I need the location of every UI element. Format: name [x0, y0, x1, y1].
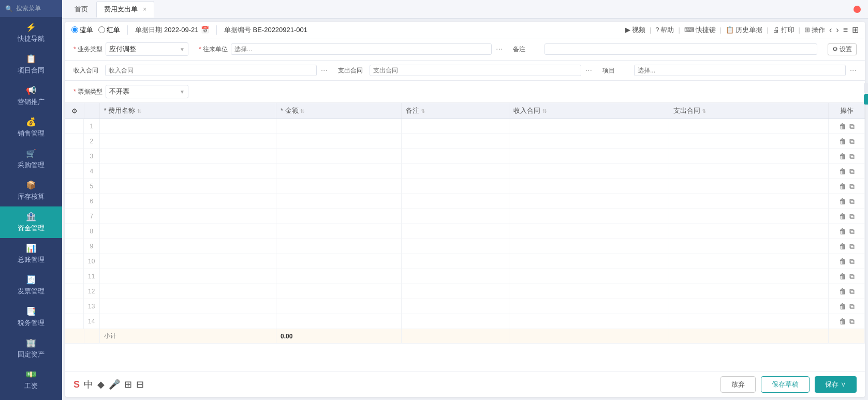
row-delete-icon[interactable]: 🗑 — [839, 302, 846, 310]
remark-cell[interactable] — [401, 119, 509, 134]
row-copy-icon[interactable]: ⧉ — [849, 122, 855, 131]
income-contract-cell[interactable] — [509, 194, 669, 209]
expense-name-cell[interactable] — [99, 224, 276, 239]
remark-col-header[interactable]: 备注 ⇅ — [401, 103, 509, 119]
remark-cell[interactable] — [401, 254, 509, 269]
remark-cell[interactable] — [401, 269, 509, 284]
income-contract-cell[interactable] — [509, 134, 669, 149]
view-grid-btn[interactable]: ⊞ — [852, 25, 859, 35]
expense-contract-cell[interactable] — [669, 284, 828, 299]
remark-cell[interactable] — [401, 299, 509, 314]
row-delete-icon[interactable]: 🗑 — [839, 152, 846, 160]
expense-contract-input[interactable] — [370, 65, 581, 76]
expense-name-cell[interactable] — [99, 269, 276, 284]
row-delete-icon[interactable]: 🗑 — [839, 167, 846, 175]
income-contract-col-header[interactable]: 收入合同 ⇅ — [509, 103, 669, 119]
amount-cell[interactable] — [276, 179, 402, 194]
income-contract-input[interactable] — [105, 65, 317, 76]
remark-cell[interactable] — [401, 239, 509, 254]
sidebar-item-project-contract[interactable]: 📋项目合同 — [0, 49, 62, 80]
row-delete-icon[interactable]: 🗑 — [839, 287, 846, 295]
tab-expense[interactable]: 费用支出单× — [96, 1, 154, 18]
row-copy-icon[interactable]: ⧉ — [849, 182, 855, 191]
expense-name-cell[interactable] — [99, 284, 276, 299]
remark-cell[interactable] — [401, 284, 509, 299]
income-contract-cell[interactable] — [509, 269, 669, 284]
remark-cell[interactable] — [401, 194, 509, 209]
more-ops-action[interactable]: ⊞ 操作 — [804, 25, 825, 35]
tab-home[interactable]: 首页 — [67, 1, 95, 18]
income-contract-cell[interactable] — [509, 179, 669, 194]
expense-name-cell[interactable] — [99, 314, 276, 329]
row-delete-icon[interactable]: 🗑 — [839, 137, 846, 145]
save-button[interactable]: 保存 ∨ — [815, 376, 857, 393]
shortcuts-action[interactable]: ⌨ 快捷键 — [684, 25, 716, 35]
expense-contract-cell[interactable] — [669, 314, 828, 329]
counterpart-input[interactable] — [231, 43, 492, 55]
row-delete-icon[interactable]: 🗑 — [839, 227, 846, 235]
sidebar-item-tax-mgmt[interactable]: 📑税务管理 — [0, 301, 62, 333]
tab-expense-close[interactable]: × — [143, 6, 146, 13]
counterpart-dots[interactable]: ··· — [496, 45, 503, 54]
expense-name-cell[interactable] — [99, 239, 276, 254]
expense-contract-cell[interactable] — [669, 164, 828, 179]
nav-prev-btn[interactable]: ‹ — [829, 25, 832, 35]
expense-name-cell[interactable] — [99, 119, 276, 134]
amount-cell[interactable] — [276, 224, 402, 239]
amount-cell[interactable] — [276, 149, 402, 164]
row-delete-icon[interactable]: 🗑 — [839, 272, 846, 280]
remark-cell[interactable] — [401, 149, 509, 164]
expense-contract-cell[interactable] — [669, 194, 828, 209]
remark-input[interactable] — [545, 43, 817, 55]
sidebar-item-ops-mgmt[interactable]: 📈经营管理 — [0, 396, 62, 400]
income-contract-cell[interactable] — [509, 239, 669, 254]
row-copy-icon[interactable]: ⧉ — [849, 167, 855, 176]
income-contract-cell[interactable] — [509, 164, 669, 179]
expense-contract-cell[interactable] — [669, 119, 828, 134]
sidebar-item-sales-mgmt[interactable]: 💰销售管理 — [0, 112, 62, 143]
amount-cell[interactable] — [276, 284, 402, 299]
row-copy-icon[interactable]: ⧉ — [849, 302, 855, 311]
expense-name-cell[interactable] — [99, 179, 276, 194]
income-contract-cell[interactable] — [509, 254, 669, 269]
gear-col-header[interactable]: ⚙ — [65, 103, 84, 119]
history-action[interactable]: 📋 历史单据 — [726, 25, 762, 35]
expense-name-cell[interactable] — [99, 299, 276, 314]
video-action[interactable]: ▶ 视频 — [625, 25, 645, 35]
row-delete-icon[interactable]: 🗑 — [839, 212, 846, 220]
income-contract-cell[interactable] — [509, 119, 669, 134]
window-close-button[interactable]: × — [854, 6, 861, 13]
expense-name-cell[interactable] — [99, 149, 276, 164]
sidebar-item-marketing[interactable]: 📢营销推广 — [0, 80, 62, 112]
sidebar-item-quick-nav[interactable]: ⚡快捷导航 — [0, 17, 62, 49]
sidebar-item-purchase-mgmt[interactable]: 🛒采购管理 — [0, 143, 62, 175]
sidebar-item-payroll[interactable]: 💵工资 — [0, 364, 62, 396]
row-copy-icon[interactable]: ⧉ — [849, 287, 855, 296]
expense-contract-dots[interactable]: ··· — [585, 66, 592, 75]
expense-contract-cell[interactable] — [669, 134, 828, 149]
remark-cell[interactable] — [401, 164, 509, 179]
remark-cell[interactable] — [401, 314, 509, 329]
invoice-type-select[interactable]: 不开票 ▼ — [106, 85, 188, 98]
amount-cell[interactable] — [276, 299, 402, 314]
project-dots[interactable]: ··· — [850, 66, 857, 75]
minus-table-icon[interactable]: ⊟ — [136, 379, 144, 390]
expense-name-cell[interactable] — [99, 134, 276, 149]
income-contract-cell[interactable] — [509, 149, 669, 164]
row-delete-icon[interactable]: 🗑 — [839, 197, 846, 205]
income-contract-cell[interactable] — [509, 224, 669, 239]
row-delete-icon[interactable]: 🗑 — [839, 257, 846, 265]
biz-type-select[interactable]: 应付调整 ▼ — [106, 42, 188, 56]
row-copy-icon[interactable]: ⧉ — [849, 317, 855, 326]
expense-contract-cell[interactable] — [669, 239, 828, 254]
row-delete-icon[interactable]: 🗑 — [839, 182, 846, 190]
row-delete-icon[interactable]: 🗑 — [839, 242, 846, 250]
amount-cell[interactable] — [276, 314, 402, 329]
view-list-btn[interactable]: ≡ — [843, 25, 848, 35]
income-contract-cell[interactable] — [509, 314, 669, 329]
project-input[interactable] — [634, 65, 846, 76]
nav-next-btn[interactable]: › — [836, 25, 838, 35]
amount-cell[interactable] — [276, 254, 402, 269]
save-draft-button[interactable]: 保存草稿 — [761, 376, 810, 393]
row-copy-icon[interactable]: ⧉ — [849, 197, 855, 206]
